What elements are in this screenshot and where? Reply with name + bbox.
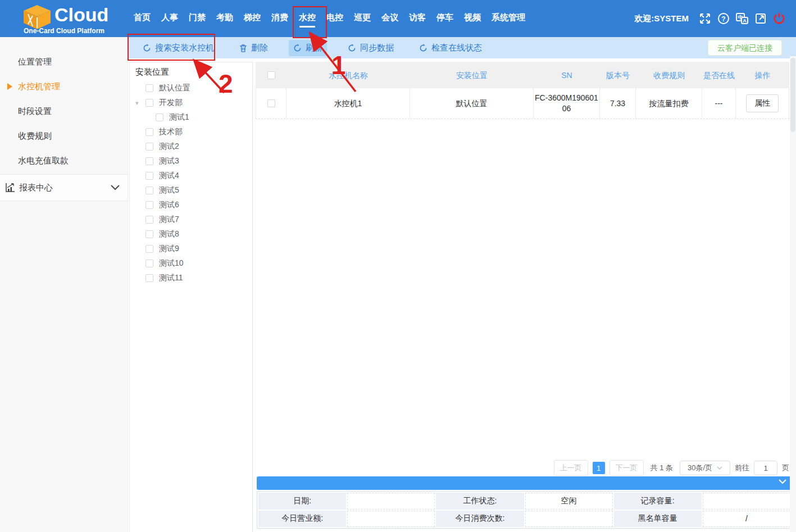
row-checkbox[interactable]	[267, 99, 275, 107]
nav-item-consume[interactable]: 消费	[271, 9, 288, 29]
current-page-button[interactable]: 1	[593, 462, 605, 474]
checkbox[interactable]	[145, 84, 153, 92]
search-install-controller-button[interactable]: 搜索安装水控机	[138, 40, 219, 56]
tree-item-label: 技术部	[159, 127, 183, 137]
tree-item-label: 测试3	[159, 156, 179, 166]
report-chart-icon	[4, 182, 16, 193]
checkbox[interactable]	[145, 172, 153, 180]
next-page-button[interactable]: 下一页	[609, 460, 644, 476]
logout-power-icon[interactable]	[772, 12, 786, 25]
goto-label: 前往	[735, 463, 749, 473]
sync-icon	[348, 44, 356, 52]
checkbox[interactable]	[145, 143, 153, 151]
checkbox[interactable]	[145, 260, 153, 267]
checkbox[interactable]	[145, 99, 153, 107]
vertical-scrollbar[interactable]	[790, 56, 796, 532]
tree-title: 安装位置	[130, 62, 252, 81]
sidebar-item-location-management[interactable]: 位置管理	[0, 49, 128, 74]
status-value-work-state: 空闲	[525, 493, 613, 510]
nav-item-personnel[interactable]: 人事	[161, 9, 178, 29]
nav-item-patrol[interactable]: 巡更	[354, 9, 371, 29]
tree-item-test2[interactable]: 测试2	[130, 139, 252, 154]
checkbox[interactable]	[145, 201, 153, 209]
caret-down-icon[interactable]: ▾	[135, 99, 145, 107]
sidebar-item-label: 位置管理	[18, 57, 52, 66]
check-online-status-button[interactable]: 检查在线状态	[415, 40, 486, 56]
refresh-button[interactable]: 刷新	[289, 40, 327, 56]
tree-item-test10[interactable]: 测试10	[130, 256, 252, 271]
checkbox[interactable]	[145, 274, 153, 282]
tree-item-test1[interactable]: 测试1	[130, 110, 252, 125]
status-value-today-revenue	[347, 511, 435, 528]
cell-name: 水控机1	[286, 88, 410, 119]
nav-item-electric[interactable]: 电控	[326, 9, 343, 29]
sidebar-item-water-controller-management[interactable]: 水控机管理	[0, 74, 128, 99]
tree-item-label: 测试7	[159, 215, 179, 225]
cell-version: 7.33	[600, 88, 636, 119]
tree-item-test9[interactable]: 测试9	[130, 242, 252, 256]
sidebar-item-recharge-withdraw[interactable]: 水电充值取款	[0, 148, 128, 173]
checkbox[interactable]	[145, 230, 153, 238]
translate-icon[interactable]: 中 A	[735, 12, 749, 25]
tree-item-label: 测试11	[159, 273, 183, 283]
nav-item-video[interactable]: 视频	[464, 9, 481, 29]
checkbox[interactable]	[156, 113, 163, 121]
column-header-action: 操作	[736, 70, 789, 80]
sidebar-item-fee-rules[interactable]: 收费规则	[0, 124, 128, 148]
checkbox[interactable]	[145, 128, 153, 136]
cloud-client-status-button[interactable]: 云客户端已连接	[708, 40, 782, 56]
logo: Cloud One-Card Cloud Platform	[0, 0, 128, 37]
status-collapse-bar[interactable]	[257, 476, 792, 490]
status-label-date: 日期:	[258, 493, 346, 510]
nav-item-water-control[interactable]: 水控	[299, 9, 316, 29]
nav-item-attendance[interactable]: 考勤	[216, 9, 233, 29]
toolbar: 搜索安装水控机 删除 刷新 同步数据 检查在线状态 云客户端已连接	[128, 37, 796, 58]
properties-button[interactable]: 属性	[746, 94, 779, 112]
chevron-down-icon	[779, 479, 786, 484]
tree-item-test7[interactable]: 测试7	[130, 212, 252, 227]
nav-item-system[interactable]: 系统管理	[492, 9, 525, 29]
nav-item-visitor[interactable]: 访客	[409, 9, 426, 29]
help-icon[interactable]: ?	[717, 12, 730, 25]
tree-item-test11[interactable]: 测试11	[130, 271, 252, 285]
tree-item-test3[interactable]: 测试3	[130, 154, 252, 169]
tree-item-tech-dept[interactable]: 技术部	[130, 125, 252, 139]
logo-subtitle: One-Card Cloud Platform	[8, 27, 120, 35]
nav-item-elevator[interactable]: 梯控	[244, 9, 261, 29]
checkbox[interactable]	[145, 216, 153, 224]
sidebar-item-report-center[interactable]: 报表中心	[0, 174, 128, 201]
prev-page-button[interactable]: 上一页	[554, 460, 588, 476]
sidebar-item-label: 时段设置	[18, 106, 52, 116]
top-header: Cloud One-Card Cloud Platform 首页 人事 门禁 考…	[0, 0, 796, 37]
status-label-blacklist-capacity: 黑名单容量	[614, 511, 702, 528]
goto-page-input[interactable]: 1	[754, 461, 777, 475]
tree-item-test5[interactable]: 测试5	[130, 183, 252, 198]
nav-item-home[interactable]: 首页	[134, 9, 151, 29]
checkbox[interactable]	[145, 245, 153, 253]
column-header-sn: SN	[534, 70, 600, 80]
nav-item-access[interactable]: 门禁	[189, 9, 206, 29]
sync-data-button[interactable]: 同步数据	[343, 40, 398, 56]
scrollbar-thumb[interactable]	[790, 58, 795, 132]
nav-item-meeting[interactable]: 会议	[381, 9, 398, 29]
tree-item-test8[interactable]: 测试8	[130, 227, 252, 242]
status-value-today-consume-count	[525, 511, 613, 528]
tree-item-test4[interactable]: 测试4	[130, 169, 252, 183]
checkbox[interactable]	[145, 157, 153, 165]
install-location-tree: 安装位置 默认位置 ▾ 开发部 测试1 技术部 测试2 测试3 测试4 测试5 …	[129, 62, 253, 532]
tree-item-dev-dept[interactable]: ▾ 开发部	[130, 96, 252, 110]
sync-icon	[143, 44, 151, 52]
tree-item-default-location[interactable]: 默认位置	[130, 81, 252, 96]
select-all-checkbox[interactable]	[267, 71, 275, 79]
open-new-window-icon[interactable]	[754, 12, 767, 25]
fullscreen-icon[interactable]	[698, 12, 712, 25]
cell-fee-rule: 按流量扣费	[636, 88, 702, 119]
nav-item-parking[interactable]: 停车	[436, 9, 453, 29]
svg-text:A: A	[743, 18, 747, 24]
delete-button[interactable]: 删除	[235, 40, 272, 56]
tree-item-test6[interactable]: 测试6	[130, 198, 252, 212]
sidebar-item-time-period-settings[interactable]: 时段设置	[0, 99, 128, 124]
sync-icon	[419, 44, 427, 52]
page-size-select[interactable]: 30条/页	[680, 461, 730, 475]
checkbox[interactable]	[145, 187, 153, 194]
